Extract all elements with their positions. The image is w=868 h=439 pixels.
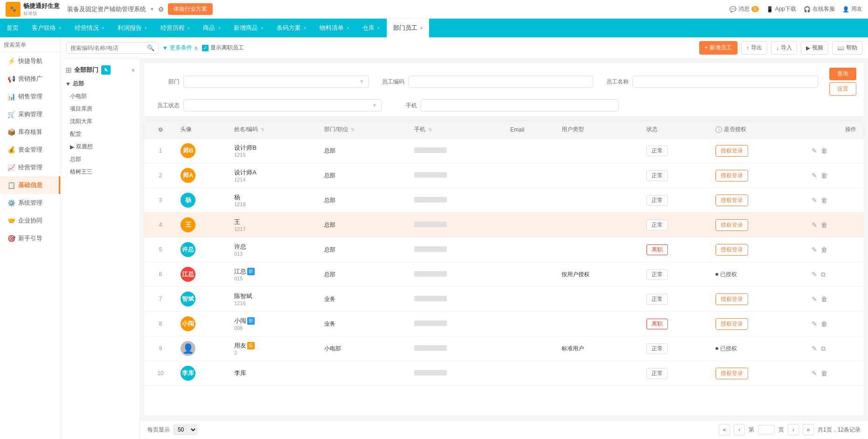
close-icon[interactable]: × <box>304 26 306 31</box>
auth-button[interactable]: 授权登录 <box>715 145 748 157</box>
edit-icon[interactable]: ✎ <box>812 172 817 179</box>
dept-node-peihuo[interactable]: 配货 <box>61 128 139 140</box>
prev-page-button[interactable]: ‹ <box>734 424 745 435</box>
show-resigned-toggle[interactable]: ✓ 显示离职员工 <box>202 44 244 52</box>
sidebar-item-system[interactable]: ⚙️ 系统管理 <box>0 194 60 212</box>
close-icon[interactable]: × <box>347 26 349 31</box>
app-download-button[interactable]: 📱 App下载 <box>766 5 796 13</box>
search-input[interactable] <box>70 45 145 51</box>
dept-node-zongbu2[interactable]: 总部 <box>61 153 139 166</box>
sidebar-item-purchase[interactable]: 🛒 采购管理 <box>0 105 60 123</box>
delete-icon[interactable]: 🗑 <box>821 295 827 303</box>
dept-node-xmkf[interactable]: 项目库房 <box>61 103 139 115</box>
close-icon[interactable]: × <box>420 26 423 31</box>
edit-icon[interactable]: ✎ <box>812 147 817 154</box>
page-input[interactable]: 1 <box>758 425 775 434</box>
close-icon[interactable]: × <box>261 26 264 31</box>
sidebar-item-finance[interactable]: 💰 资金管理 <box>0 141 60 159</box>
dept-select[interactable]: ▼ <box>183 76 369 88</box>
edit-icon[interactable]: ✎ <box>812 345 817 353</box>
auth-button[interactable]: 授权登录 <box>715 195 748 206</box>
tab-home[interactable]: 首页 <box>0 19 25 37</box>
delete-icon[interactable]: 🗑 <box>821 221 827 229</box>
sidebar-item-marketing[interactable]: 📢 营销推广 <box>0 70 60 88</box>
last-page-button[interactable]: » <box>803 424 814 435</box>
auth-button[interactable]: 授权登录 <box>715 293 748 305</box>
auth-button[interactable]: 授权登录 <box>715 219 748 231</box>
close-icon[interactable]: × <box>187 26 190 31</box>
sidebar-item-collab[interactable]: 🤝 企业协同 <box>0 212 60 230</box>
dept-edit-button[interactable]: ✎ <box>101 65 111 75</box>
import-button[interactable]: ↓ 导入 <box>771 41 797 55</box>
trial-button[interactable]: 体验行业方案 <box>168 3 213 15</box>
col-settings[interactable]: ⚙ <box>144 121 177 139</box>
settings-button[interactable]: ⚙ <box>158 6 164 13</box>
edit-icon[interactable]: ✎ <box>812 295 817 303</box>
dept-node-zongbu[interactable]: ▼ 总部 <box>61 77 139 90</box>
edit-icon[interactable]: ✎ <box>812 369 817 377</box>
first-page-button[interactable]: « <box>719 424 730 435</box>
info-icon[interactable]: i <box>715 126 722 133</box>
sidebar-item-guide[interactable]: 🎯 新手引导 <box>0 230 60 247</box>
delete-icon[interactable]: 🗑 <box>821 147 827 154</box>
delete-icon[interactable]: 🗑 <box>821 369 827 377</box>
tab-profit[interactable]: 利润报告 × <box>111 19 154 37</box>
dept-node-xiaodian[interactable]: 小电部 <box>61 90 139 103</box>
col-name[interactable]: 姓名/编码 ⇅ <box>230 121 320 139</box>
sidebar-item-business[interactable]: 📈 经营管理 <box>0 159 60 176</box>
tab-warehouse[interactable]: 仓库 × <box>356 19 387 37</box>
tab-bom[interactable]: 物料清单 × <box>313 19 356 37</box>
tab-operation[interactable]: 经营情况 × <box>68 19 111 37</box>
filter-btn[interactable]: ▼ 更多条件 ∧ <box>162 44 198 52</box>
tab-goods[interactable]: 商品 × <box>196 19 227 37</box>
tab-customer[interactable]: 客户联络 × <box>25 19 68 37</box>
delete-icon[interactable]: 🗑 <box>821 196 827 204</box>
dept-collapse-button[interactable]: « <box>132 67 135 73</box>
tab-barcode[interactable]: 条码方案 × <box>270 19 313 37</box>
close-icon[interactable]: × <box>145 26 147 31</box>
online-service-button[interactable]: 🎧 在线客服 <box>804 5 835 13</box>
show-resigned-checkbox[interactable]: ✓ <box>202 45 208 51</box>
close-icon[interactable]: × <box>377 26 380 31</box>
tab-staff[interactable]: 部门员工 × <box>387 19 430 37</box>
auth-button[interactable]: 授权登录 <box>715 244 748 256</box>
edit-icon[interactable]: ✎ <box>812 246 817 253</box>
col-dept[interactable]: 部门/职位 ⇅ <box>320 121 410 139</box>
add-employee-button[interactable]: + 新增员工 <box>699 41 737 55</box>
copy-icon[interactable]: ⧉ <box>821 345 826 353</box>
export-button[interactable]: ↑ 导出 <box>741 41 767 55</box>
phone-input[interactable] <box>421 99 619 111</box>
sidebar-item-inventory[interactable]: 📦 库存核算 <box>0 123 60 141</box>
query-button[interactable]: 查询 <box>829 68 856 80</box>
close-icon[interactable]: × <box>59 26 62 31</box>
sidebar-item-basic-info[interactable]: 📋 基础信息 <box>0 176 60 194</box>
edit-icon[interactable]: ✎ <box>812 196 817 204</box>
employee-code-input[interactable] <box>408 76 594 88</box>
copy-icon[interactable]: ⧉ <box>821 271 826 279</box>
dept-node-shuanglu[interactable]: ▶ 双鹿想 <box>61 140 139 153</box>
page-size-select[interactable]: 50 100 200 <box>174 425 197 435</box>
col-phone[interactable]: 手机 ⇅ <box>410 121 507 139</box>
employee-name-input[interactable] <box>632 76 818 88</box>
auth-button[interactable]: 授权登录 <box>715 368 748 379</box>
sidebar-item-quick-nav[interactable]: ⚡ 快捷导航 <box>0 52 60 70</box>
view-button[interactable]: ▶ 视频 <box>801 41 828 55</box>
user-menu-button[interactable]: 👤 用友 <box>842 5 862 13</box>
auth-button[interactable]: 授权登录 <box>715 318 748 330</box>
delete-icon[interactable]: 🗑 <box>821 320 827 328</box>
next-page-button[interactable]: › <box>788 424 799 435</box>
edit-icon[interactable]: ✎ <box>812 271 817 279</box>
dept-node-shenyang[interactable]: 沈阳大库 <box>61 115 139 128</box>
delete-icon[interactable]: 🗑 <box>821 172 827 179</box>
set-button[interactable]: 设置 <box>829 82 856 96</box>
auth-button[interactable]: 授权登录 <box>715 170 748 181</box>
sidebar-search-input[interactable] <box>4 42 61 48</box>
tab-add-goods[interactable]: 新增商品 × <box>227 19 270 37</box>
edit-icon[interactable]: ✎ <box>812 221 817 229</box>
delete-icon[interactable]: 🗑 <box>821 246 827 253</box>
system-title-dropdown[interactable]: ▼ <box>150 7 154 12</box>
dept-node-zhishu[interactable]: 植树王三 <box>61 166 139 178</box>
help-button[interactable]: 📖 帮助 <box>832 41 862 55</box>
close-icon[interactable]: × <box>102 26 104 31</box>
status-select[interactable]: ▼ <box>183 99 382 111</box>
